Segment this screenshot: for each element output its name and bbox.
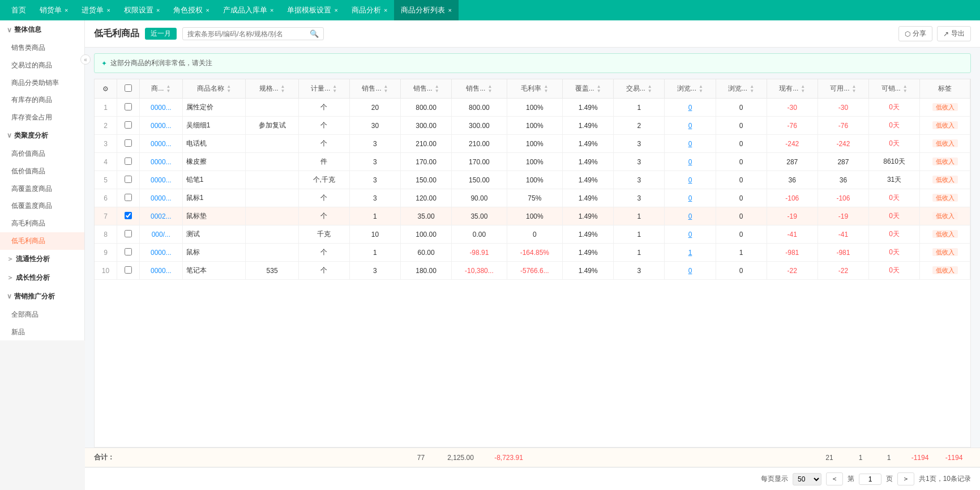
next-page-button[interactable]: ＞	[897, 472, 914, 485]
row-checkbox[interactable]	[125, 121, 132, 129]
col-coverage[interactable]: 覆盖...▲▼	[563, 79, 614, 99]
col-sales-qty[interactable]: 销售...▲▼	[349, 79, 400, 99]
row-checkbox-cell[interactable]	[117, 244, 140, 262]
sidebar-group-flow[interactable]: ＞ 流通性分析	[0, 250, 84, 269]
nav-item-product-in[interactable]: 产成品入库单 ×	[216, 0, 280, 20]
row-name[interactable]: 测试	[182, 225, 246, 244]
page-input[interactable]	[859, 474, 881, 485]
sidebar-item-new-goods[interactable]: 新品	[0, 323, 84, 341]
row-checkbox[interactable]	[125, 212, 132, 219]
search-input[interactable]	[187, 30, 310, 38]
sidebar-group-marketing[interactable]: ∨ 营销推广分析	[0, 287, 84, 306]
row-checkbox[interactable]	[125, 230, 132, 237]
row-browse1[interactable]: 0	[665, 117, 716, 135]
sidebar-item-inventory-goods[interactable]: 有库存的商品	[0, 91, 84, 109]
sidebar-item-sales-goods[interactable]: 销售类商品	[0, 39, 84, 57]
row-checkbox-cell[interactable]	[117, 207, 140, 225]
col-code[interactable]: 商...▲▼	[139, 79, 182, 99]
row-checkbox-cell[interactable]	[117, 171, 140, 189]
sidebar-item-high-gross[interactable]: 高毛利商品	[0, 215, 84, 232]
row-checkbox[interactable]	[125, 103, 132, 110]
nav-item-role[interactable]: 角色授权 ×	[166, 0, 216, 20]
col-sales-price[interactable]: 销售...▲▼	[401, 79, 452, 99]
row-checkbox-cell[interactable]	[117, 262, 140, 280]
row-unit: 件	[298, 153, 349, 171]
row-checkbox-cell[interactable]	[117, 225, 140, 244]
sidebar-group-growth[interactable]: ＞ 成长性分析	[0, 269, 84, 287]
row-name[interactable]: 鼠标1	[182, 189, 246, 207]
row-browse1[interactable]: 0	[665, 135, 716, 153]
nav-item-sales[interactable]: 销货单 ×	[33, 0, 75, 20]
col-browse1[interactable]: 浏览...▲▼	[665, 79, 716, 99]
row-name[interactable]: 笔记本	[182, 262, 246, 280]
col-name[interactable]: 商品名称▲▼	[182, 79, 246, 99]
row-checkbox[interactable]	[125, 266, 132, 274]
col-browse2[interactable]: 浏览...▲▼	[716, 79, 767, 99]
row-sales-price: 150.00	[401, 171, 452, 189]
row-checkbox[interactable]	[125, 157, 132, 165]
row-name[interactable]: 电话机	[182, 135, 246, 153]
nav-item-home[interactable]: 首页	[5, 0, 33, 20]
nav-item-goods-analysis[interactable]: 商品分析 ×	[345, 0, 394, 20]
col-saleable[interactable]: 可销...▲▼	[869, 79, 920, 99]
date-badge[interactable]: 近一月	[145, 28, 177, 40]
row-name[interactable]: 属性定价	[182, 99, 246, 117]
row-checkbox-cell[interactable]	[117, 153, 140, 171]
row-browse1[interactable]: 0	[665, 225, 716, 244]
row-browse1[interactable]: 1	[665, 244, 716, 262]
nav-item-purchase[interactable]: 进货单 ×	[75, 0, 117, 20]
row-name[interactable]: 橡皮擦	[182, 153, 246, 171]
sidebar-item-traded-goods[interactable]: 交易过的商品	[0, 57, 84, 74]
row-checkbox[interactable]	[125, 248, 132, 255]
sidebar-item-low-value[interactable]: 低价值商品	[0, 163, 84, 180]
sidebar-item-inventory-capital[interactable]: 库存资金占用	[0, 109, 84, 126]
prev-page-button[interactable]: ＜	[826, 472, 843, 485]
row-browse1[interactable]: 0	[665, 207, 716, 225]
sidebar-item-high-coverage[interactable]: 高覆盖度商品	[0, 180, 84, 198]
sidebar-item-low-coverage[interactable]: 低覆盖度商品	[0, 197, 84, 215]
col-settings[interactable]: ⚙	[95, 79, 117, 99]
col-transaction[interactable]: 交易...▲▼	[614, 79, 665, 99]
row-checkbox[interactable]	[125, 139, 132, 147]
row-browse1[interactable]: 0	[665, 262, 716, 280]
row-name[interactable]: 鼠标	[182, 244, 246, 262]
col-available[interactable]: 可用...▲▼	[818, 79, 868, 99]
table-container[interactable]: ⚙ 商...▲▼ 商品名称▲▼ 规格...▲▼ 计量...▲▼ 销售...▲▼ …	[94, 79, 971, 448]
per-page-select[interactable]: 50 100	[793, 473, 821, 485]
row-browse1[interactable]: 0	[665, 99, 716, 117]
col-gross-rate[interactable]: 毛利率▲▼	[507, 79, 562, 99]
sidebar-item-all-goods[interactable]: 全部商品	[0, 306, 84, 323]
col-sales-amount[interactable]: 销售...▲▼	[452, 79, 507, 99]
col-unit[interactable]: 计量...▲▼	[298, 79, 349, 99]
nav-item-permission[interactable]: 权限设置 ×	[117, 0, 166, 20]
col-tag[interactable]: 标签	[920, 79, 970, 99]
row-checkbox[interactable]	[125, 194, 132, 201]
row-name[interactable]: 鼠标垫	[182, 207, 246, 225]
col-current[interactable]: 现有...▲▼	[767, 79, 818, 99]
col-spec[interactable]: 规格...▲▼	[246, 79, 298, 99]
row-name[interactable]: 吴细细1	[182, 117, 246, 135]
search-icon[interactable]: 🔍	[310, 29, 319, 38]
share-button[interactable]: ⬡ 分享	[898, 26, 932, 41]
sidebar-item-low-gross[interactable]: 低毛利商品	[0, 232, 84, 250]
row-checkbox[interactable]	[125, 176, 132, 183]
sidebar-group-cluster[interactable]: ∨ 类聚度分析	[0, 126, 84, 145]
sidebar-item-category-rate[interactable]: 商品分类助销率	[0, 74, 84, 92]
row-checkbox-cell[interactable]	[117, 117, 140, 135]
col-checkbox[interactable]	[117, 79, 140, 99]
row-checkbox-cell[interactable]	[117, 189, 140, 207]
row-code: 0000...	[139, 171, 182, 189]
select-all-checkbox[interactable]	[125, 84, 132, 92]
sidebar-item-high-value[interactable]: 高价值商品	[0, 145, 84, 163]
sidebar-collapse-button[interactable]: «	[80, 54, 91, 65]
sidebar-group-overall[interactable]: ∨ 整体信息	[0, 20, 84, 39]
export-button[interactable]: ↗ 导出	[937, 26, 971, 41]
row-browse1[interactable]: 0	[665, 171, 716, 189]
row-browse1[interactable]: 0	[665, 153, 716, 171]
nav-item-goods-analysis-list[interactable]: 商品分析列表 ×	[394, 0, 458, 20]
nav-item-template[interactable]: 单据模板设置 ×	[280, 0, 344, 20]
row-checkbox-cell[interactable]	[117, 99, 140, 117]
row-name[interactable]: 铅笔1	[182, 171, 246, 189]
row-browse1[interactable]: 0	[665, 189, 716, 207]
row-checkbox-cell[interactable]	[117, 135, 140, 153]
